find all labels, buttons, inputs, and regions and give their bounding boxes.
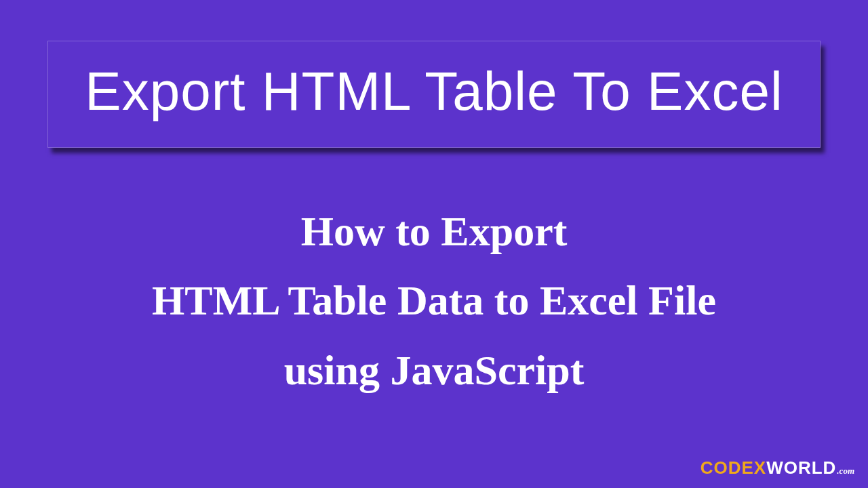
banner-title: Export HTML Table To Excel bbox=[62, 60, 806, 123]
subtitle-line-3: using JavaScript bbox=[0, 336, 868, 405]
watermark-tld: .com bbox=[837, 466, 854, 476]
subtitle-line-1: How to Export bbox=[0, 197, 868, 266]
watermark-brand-1: CODEX bbox=[701, 458, 766, 478]
watermark: CODEXWORLD.com bbox=[701, 458, 854, 479]
subtitle-block: How to Export HTML Table Data to Excel F… bbox=[0, 197, 868, 405]
subtitle-line-2: HTML Table Data to Excel File bbox=[0, 266, 868, 335]
watermark-brand-2: WORLD bbox=[766, 458, 836, 478]
title-banner: Export HTML Table To Excel bbox=[47, 41, 821, 148]
